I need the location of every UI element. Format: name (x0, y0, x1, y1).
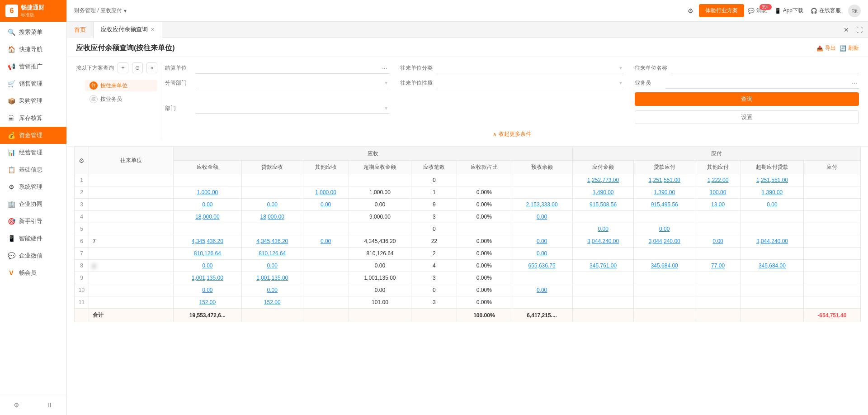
row-r-loan[interactable]: 18,000.00 (241, 211, 303, 223)
row-r-prepay[interactable]: 0.00 (511, 248, 573, 260)
sidebar-item-base[interactable]: 📋 基础信息 (0, 161, 66, 178)
row-r-loan[interactable]: 4,345,436.20 (241, 235, 303, 248)
tab-query[interactable]: 应收应付余额查询 ✕ (94, 22, 162, 38)
row-r-prepay[interactable]: 0.00 (511, 211, 573, 223)
row-p-amount[interactable]: 915,508.56 (572, 199, 634, 211)
export-button[interactable]: 📤 导出 (816, 44, 836, 52)
sidebar-item-inventory[interactable]: 🏛 库存核算 (0, 110, 66, 127)
tab-close-window-btn[interactable]: ✕ (842, 24, 851, 35)
row-r-loan[interactable]: 152.00 (241, 296, 303, 309)
row-p-overdue[interactable]: 345,684.00 (741, 260, 804, 272)
row-r-amount[interactable]: 810,126.64 (173, 248, 241, 260)
row-p-overdue[interactable]: 3,044,240.00 (741, 235, 804, 248)
row-p-overdue[interactable]: 1,390.00 (741, 186, 804, 199)
row-p-loan[interactable]: 345,684.00 (634, 260, 695, 272)
table-settings-header[interactable]: ⚙ (75, 147, 89, 174)
row-p-amount[interactable]: 0.00 (572, 223, 634, 235)
row-p-other[interactable]: 100.00 (695, 186, 741, 199)
row-p-other[interactable]: 13.00 (695, 199, 741, 211)
sidebar-collapse-btn[interactable]: ⏸ (42, 399, 57, 411)
row-r-loan[interactable]: 0.00 (241, 284, 303, 296)
sidebar-item-quicknav[interactable]: 🏠 快捷导航 (0, 41, 66, 58)
department-dropdown-icon[interactable]: ▾ (385, 105, 387, 111)
app-download-button[interactable]: 📱 App下载 (774, 7, 803, 14)
row-p-overdue[interactable]: 1,251,551.00 (741, 174, 804, 186)
row-p-amount[interactable]: 1,252,773.00 (572, 174, 634, 186)
row-r-prepay[interactable]: 655,636.75 (511, 260, 573, 272)
sidebar-item-hardware[interactable]: 📱 智能硬件 (0, 230, 66, 247)
row-r-prepay[interactable]: 0.00 (511, 284, 573, 296)
messages-button[interactable]: 💬 消息 99+ (748, 7, 767, 14)
row-r-ratio: 0.00% (457, 272, 511, 284)
filter-settings-icon[interactable]: ⊙ (132, 62, 143, 73)
row-p-loan[interactable]: 1,251,551.00 (634, 174, 695, 186)
row-r-other[interactable]: 0.00 (303, 235, 349, 248)
row-p-amount[interactable]: 3,044,240.00 (572, 235, 634, 248)
dept-dropdown-icon[interactable]: ▾ (385, 80, 387, 86)
row-r-amount[interactable]: 4,345,436.20 (173, 235, 241, 248)
row-p-amount[interactable]: 345,761.00 (572, 260, 634, 272)
row-r-amount[interactable]: 0.00 (173, 199, 241, 211)
table-settings-icon[interactable]: ⚙ (79, 157, 85, 164)
row-r-other[interactable]: 1,000.00 (303, 186, 349, 199)
sidebar-item-enterprise[interactable]: 🏢 企业协同 (0, 196, 66, 213)
sidebar-item-finance[interactable]: 💰 资金管理 (0, 127, 66, 144)
tab-close-icon[interactable]: ✕ (151, 27, 155, 33)
unit-nature-dropdown-icon[interactable]: ▾ (619, 80, 622, 86)
sidebar-item-operation[interactable]: 📊 经营管理 (0, 144, 66, 161)
row-r-amount[interactable]: 0.00 (173, 260, 241, 272)
row-r-amount[interactable]: 1,000.00 (173, 186, 241, 199)
sidebar-item-marketing[interactable]: 📢 营销推广 (0, 58, 66, 75)
salesman-dots[interactable]: ··· (852, 79, 857, 86)
sidebar-item-search[interactable]: 🔍 搜索菜单 (0, 24, 66, 41)
row-p-other[interactable]: 77.00 (695, 260, 741, 272)
row-r-prepay[interactable]: 0.00 (511, 235, 573, 248)
header-settings-icon[interactable]: ⚙ (686, 5, 695, 16)
sidebar-item-sales[interactable]: 🛒 销售管理 (0, 75, 66, 92)
promo-button[interactable]: 体验行业方案 (699, 4, 744, 17)
sidebar-settings-btn[interactable]: ⚙ (9, 399, 24, 411)
row-p-loan (634, 248, 695, 260)
row-p-overdue[interactable]: 0.00 (741, 199, 804, 211)
row-r-count: 0 (411, 223, 457, 235)
unit-category-dropdown-icon[interactable]: ▾ (619, 65, 622, 71)
row-p-loan[interactable]: 915,495.56 (634, 199, 695, 211)
row-p-loan[interactable]: 3,044,240.00 (634, 235, 695, 248)
sidebar-item-guide[interactable]: 🎯 新手引导 (0, 213, 66, 230)
row-r-loan[interactable]: 0.00 (241, 199, 303, 211)
sidebar-item-vip[interactable]: V 畅会员 (0, 264, 66, 281)
row-r-loan[interactable]: 810,126.64 (241, 248, 303, 260)
filter-by-unit[interactable]: 往 按往来单位 (85, 80, 157, 91)
row-p-other[interactable]: 1,222.00 (695, 174, 741, 186)
query-button[interactable]: 查询 (635, 92, 859, 106)
breadcrumb-dropdown-icon[interactable]: ▾ (124, 8, 127, 14)
user-avatar-area[interactable]: Rit (848, 5, 861, 17)
sidebar-item-wechat[interactable]: 💬 企业微信 (0, 247, 66, 264)
row-r-loan[interactable]: 0.00 (241, 260, 303, 272)
row-r-amount[interactable]: 1,001,135.00 (173, 272, 241, 284)
row-r-loan[interactable]: 1,001,135.00 (241, 272, 303, 284)
collapse-button[interactable]: ∧ 收起更多条件 (165, 128, 859, 141)
settings-button[interactable]: 设置 (635, 110, 859, 124)
add-filter-btn[interactable]: + (118, 62, 128, 73)
filter-collapse-icon[interactable]: « (146, 62, 157, 73)
row-r-other[interactable]: 0.00 (303, 199, 349, 211)
tab-maximize-btn[interactable]: ⛶ (854, 24, 864, 35)
inventory-icon: 🏛 (7, 114, 15, 122)
row-p-amount[interactable]: 1,490.00 (572, 186, 634, 199)
row-r-amount[interactable]: 152.00 (173, 296, 241, 309)
row-r-amount[interactable]: 0.00 (173, 284, 241, 296)
row-r-amount[interactable]: 18,000.00 (173, 211, 241, 223)
settlement-unit-dots[interactable]: ··· (382, 64, 387, 72)
row-p-loan[interactable]: 0.00 (634, 223, 695, 235)
sidebar-item-system[interactable]: ⚙ 系统管理 (0, 178, 66, 196)
online-service-button[interactable]: 🎧 在线客服 (811, 7, 841, 14)
refresh-button[interactable]: 🔄 刷新 (840, 44, 859, 52)
sidebar-item-purchase[interactable]: 📦 采购管理 (0, 92, 66, 110)
row-p-loan[interactable]: 1,390.00 (634, 186, 695, 199)
row-r-prepay[interactable]: 2,153,333.00 (511, 199, 573, 211)
row-p-other[interactable]: 0.00 (695, 235, 741, 248)
filter-by-salesman[interactable]: 按 按业务员 (85, 93, 157, 105)
tab-home[interactable]: 首页 (67, 22, 94, 38)
unit-name-input[interactable] (671, 63, 859, 73)
